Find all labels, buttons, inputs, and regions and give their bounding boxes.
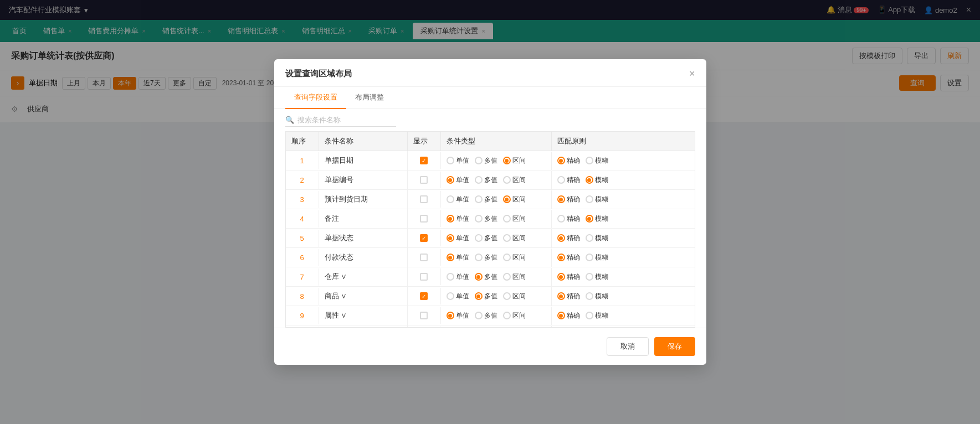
search-wrap: 🔍 xyxy=(285,116,396,122)
tab-layout-adjust[interactable]: 布局调整 xyxy=(346,87,393,109)
modal-overlay: 设置查询区域布局 × 查询字段设置 布局调整 🔍 顺序 条件名称 显示 条件类型… xyxy=(0,0,980,122)
dialog-header: 设置查询区域布局 × xyxy=(274,59,706,87)
search-input[interactable] xyxy=(297,116,386,122)
dialog-close-button[interactable]: × xyxy=(689,68,695,80)
dialog-tabs: 查询字段设置 布局调整 xyxy=(274,87,706,109)
tab-query-fields[interactable]: 查询字段设置 xyxy=(285,87,346,109)
dialog-search-area: 🔍 xyxy=(274,109,706,122)
search-icon: 🔍 xyxy=(285,116,294,122)
settings-dialog: 设置查询区域布局 × 查询字段设置 布局调整 🔍 顺序 条件名称 显示 条件类型… xyxy=(274,59,706,122)
dialog-title: 设置查询区域布局 xyxy=(285,69,352,79)
